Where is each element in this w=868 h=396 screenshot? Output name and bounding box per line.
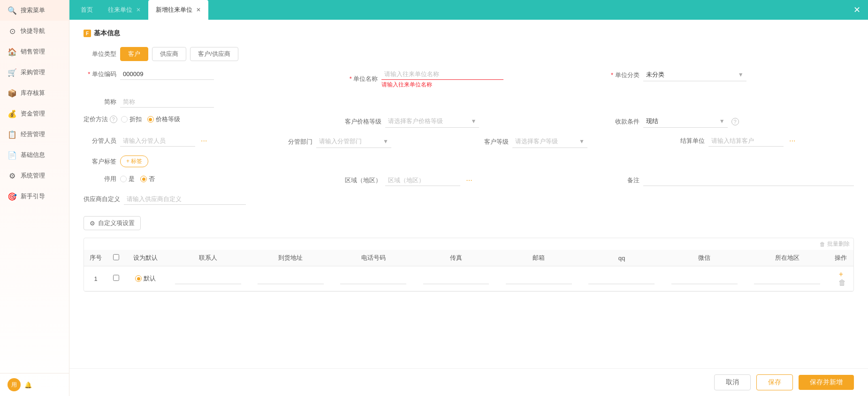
select-all-checkbox[interactable]	[113, 254, 119, 260]
unit-category-chevron: ▼	[738, 71, 744, 78]
operations-icon: 📋	[8, 130, 17, 139]
row-action: + 🗑	[829, 266, 853, 291]
unit-type-both-btn[interactable]: 客户/供应商	[190, 47, 238, 61]
manager-row: 分管人员 ··· 分管部门 请输入分管部门 ▼ 客户等级 请选择客户等级 ▼	[84, 135, 854, 148]
tag-row: 客户标签 + 标签	[84, 155, 854, 167]
row-qq-input[interactable]	[588, 273, 655, 284]
customer-price-level-select[interactable]: 请选择客户价格等级 ▼	[385, 115, 479, 128]
tab-bar: 首页 往来单位 ✕ 新增往来单位 ✕ ✕	[69, 0, 868, 20]
unit-category-select[interactable]: 未分类 ▼	[643, 69, 746, 81]
row-phone-input[interactable]	[340, 273, 406, 284]
tab-new-partner-close[interactable]: ✕	[196, 7, 201, 13]
col-wechat: 微信	[663, 250, 746, 266]
manager-label: 分管人员	[84, 137, 116, 145]
section-basic-info: F 基本信息	[84, 29, 854, 38]
purchase-icon: 🛒	[8, 68, 17, 77]
sidebar-item-guide[interactable]: 🎯 新手引导	[0, 186, 69, 207]
custom-settings-button[interactable]: ⚙ 自定义项设置	[84, 216, 141, 230]
tab-partners[interactable]: 往来单位 ✕	[100, 0, 148, 20]
payment-terms-label: 收款条件	[607, 117, 640, 126]
row-wechat-input[interactable]	[671, 273, 738, 284]
tab-partners-close[interactable]: ✕	[136, 7, 141, 13]
disabled-no-label: 否	[149, 175, 155, 183]
short-name-input[interactable]	[120, 96, 214, 108]
supplier-custom-input[interactable]	[124, 194, 246, 205]
tab-new-partner[interactable]: 新增往来单位 ✕	[148, 0, 208, 20]
pricing-level-label: 价格等级	[156, 115, 180, 124]
region-more-btn[interactable]: ···	[464, 176, 474, 185]
disabled-no-radio[interactable]: 否	[140, 175, 155, 183]
disabled-label: 停用	[84, 175, 116, 183]
unit-type-supplier-btn[interactable]: 供应商	[152, 47, 186, 61]
customer-level-field: 客户等级 请选择客户等级 ▼	[476, 135, 658, 148]
unit-name-input[interactable]	[381, 69, 503, 80]
sidebar-item-operations[interactable]: 📋 经营管理	[0, 124, 69, 145]
tag-field: 客户标签 + 标签	[84, 155, 854, 167]
col-checkbox	[107, 250, 124, 266]
row-address-input[interactable]	[258, 273, 324, 284]
unit-type-customer-btn[interactable]: 客户	[120, 47, 148, 61]
short-name-row: 简称	[84, 96, 854, 108]
custom-settings-label: 自定义项设置	[98, 219, 135, 227]
pricing-discount-radio[interactable]: 折扣	[121, 115, 142, 124]
tab-partners-label: 往来单位	[108, 6, 132, 14]
inventory-icon: 📦	[8, 88, 17, 98]
row-default-label: 默认	[144, 274, 156, 283]
disabled-yes-radio[interactable]: 是	[120, 175, 135, 183]
sidebar-item-purchase[interactable]: 🛒 采购管理	[0, 62, 69, 83]
supplier-custom-row: 供应商自定义	[84, 194, 854, 205]
unit-name-field: 单位名称 请输入往来单位名称	[345, 69, 592, 89]
save-button[interactable]: 保存	[756, 374, 793, 390]
pricing-level-circle	[147, 116, 154, 123]
pricing-level-radio[interactable]: 价格等级	[147, 115, 180, 124]
disabled-field: 停用 是 否	[84, 175, 331, 183]
save-and-add-button[interactable]: 保存并新增	[799, 375, 854, 390]
region-input[interactable]	[385, 175, 460, 186]
sidebar-item-sales[interactable]: 🏠 销售管理	[0, 41, 69, 62]
add-row-button[interactable]: +	[839, 270, 843, 278]
add-tag-button[interactable]: + 标签	[120, 155, 148, 167]
unit-info-row: 单位编码 单位名称 请输入往来单位名称 单位分类 未分类 ▼	[84, 69, 854, 89]
row-email-input[interactable]	[506, 273, 572, 284]
pricing-help-icon[interactable]: ?	[110, 116, 117, 123]
payment-terms-select[interactable]: 现结 ▼	[643, 115, 728, 128]
sidebar-item-shortcut[interactable]: ⊙ 快捷导航	[0, 21, 69, 41]
row-no: 1	[84, 266, 107, 291]
batch-delete-label: 批量删除	[827, 240, 850, 248]
row-checkbox-input[interactable]	[113, 275, 119, 281]
remarks-field: 备注	[607, 175, 854, 186]
unit-category-field: 单位分类 未分类 ▼	[607, 69, 854, 81]
remarks-input[interactable]	[643, 175, 854, 186]
row-location-input[interactable]	[754, 273, 820, 284]
row-contact-input[interactable]	[175, 273, 241, 284]
col-address: 到货地址	[249, 250, 332, 266]
settlement-unit-input[interactable]	[708, 135, 784, 147]
col-qq: qq	[580, 250, 663, 266]
disabled-no-circle	[140, 176, 147, 182]
sidebar-item-inventory[interactable]: 📦 库存核算	[0, 83, 69, 103]
cancel-button[interactable]: 取消	[714, 374, 751, 390]
manager-input[interactable]	[120, 135, 195, 147]
sidebar-item-basic[interactable]: 📄 基础信息	[0, 145, 69, 165]
batch-delete-btn[interactable]: 🗑 批量删除	[84, 238, 853, 250]
sidebar-item-system[interactable]: ⚙ 系统管理	[0, 165, 69, 186]
sidebar-item-finance[interactable]: 💰 资金管理	[0, 103, 69, 124]
row-fax-input[interactable]	[423, 273, 489, 284]
tab-home[interactable]: 首页	[73, 0, 100, 20]
pricing-method-radios: 折扣 价格等级	[121, 115, 180, 124]
settlement-unit-more-btn[interactable]: ···	[787, 137, 797, 145]
window-close-button[interactable]: ✕	[850, 5, 864, 15]
main-area: 首页 往来单位 ✕ 新增往来单位 ✕ ✕ F 基本信息 单位类型 客户 供应商	[69, 0, 868, 396]
department-select[interactable]: 请输入分管部门 ▼	[316, 135, 391, 148]
system-icon: ⚙	[8, 171, 17, 180]
payment-terms-value: 现结	[646, 117, 717, 125]
sidebar-item-search[interactable]: 🔍 搜索菜单	[0, 0, 69, 21]
tab-new-partner-label: 新增往来单位	[156, 6, 192, 14]
payment-terms-help-icon[interactable]: ?	[731, 118, 739, 125]
contacts-table: 序号 设为默认 联系人 到货地址 电话号码 传真 邮箱 qq 微信 所在地区	[84, 250, 853, 291]
customer-level-select[interactable]: 请选择客户等级 ▼	[512, 135, 587, 148]
pricing-row: 定价方法 ? 折扣 价格等级 客户价格等级	[84, 115, 854, 128]
delete-row-button[interactable]: 🗑	[838, 279, 846, 287]
manager-more-btn[interactable]: ···	[199, 137, 209, 145]
unit-code-input[interactable]	[120, 69, 214, 80]
